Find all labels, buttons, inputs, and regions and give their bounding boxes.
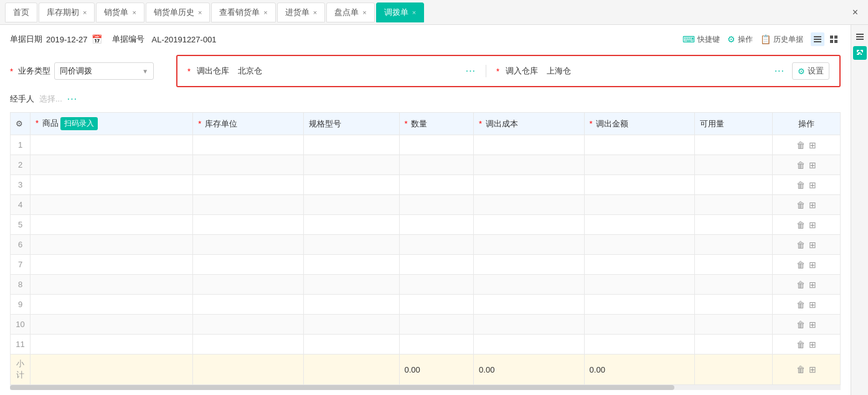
row-7-quantity[interactable]	[399, 255, 474, 275]
row-8-spec[interactable]	[303, 275, 399, 295]
delete-icon-4[interactable]: 🗑	[796, 200, 805, 210]
row-8-product[interactable]	[31, 275, 193, 295]
row-9-unit[interactable]	[193, 295, 304, 315]
row-4-unit[interactable]	[193, 195, 304, 215]
row-6-cost[interactable]	[474, 235, 585, 255]
layout-list-button[interactable]	[811, 32, 824, 46]
delete-icon-1[interactable]: 🗑	[796, 140, 805, 150]
row-5-spec[interactable]	[303, 215, 399, 235]
tab-inventory-init-close[interactable]: ×	[83, 9, 87, 16]
tab-view-sales-close[interactable]: ×	[263, 9, 267, 16]
row-6-unit[interactable]	[193, 235, 304, 255]
row-5-product[interactable]	[31, 215, 193, 235]
layout-grid-button[interactable]	[827, 32, 841, 46]
tab-sales-order-close[interactable]: ×	[132, 9, 136, 16]
shortcuts-button[interactable]: ⌨ 快捷键	[682, 34, 720, 45]
row-2-amount[interactable]	[584, 155, 695, 175]
row-4-available[interactable]	[695, 195, 773, 215]
copy-icon-5[interactable]: ⊞	[809, 220, 816, 230]
copy-icon-3[interactable]: ⊞	[809, 180, 816, 190]
row-3-cost[interactable]	[474, 175, 585, 195]
copy-icon-10[interactable]: ⊞	[809, 320, 816, 330]
close-all-button[interactable]: ×	[847, 4, 863, 21]
row-7-available[interactable]	[695, 255, 773, 275]
row-4-quantity[interactable]	[399, 195, 474, 215]
row-5-amount[interactable]	[584, 215, 695, 235]
tab-purchase[interactable]: 进货单 ×	[277, 2, 325, 22]
row-5-available[interactable]	[695, 215, 773, 235]
row-9-quantity[interactable]	[399, 295, 474, 315]
copy-icon-9[interactable]: ⊞	[809, 300, 816, 310]
row-1-available[interactable]	[695, 135, 773, 155]
row-4-cost[interactable]	[474, 195, 585, 215]
row-6-spec[interactable]	[303, 235, 399, 255]
tab-inventory-check-close[interactable]: ×	[362, 9, 366, 16]
operations-button[interactable]: ⚙ 操作	[727, 34, 753, 45]
row-4-spec[interactable]	[303, 195, 399, 215]
subtotal-delete-icon[interactable]: 🗑	[796, 364, 805, 374]
row-2-quantity[interactable]	[399, 155, 474, 175]
delete-icon-10[interactable]: 🗑	[796, 320, 805, 330]
row-3-product[interactable]	[31, 175, 193, 195]
row-1-cost[interactable]	[474, 135, 585, 155]
row-8-available[interactable]	[695, 275, 773, 295]
row-2-cost[interactable]	[474, 155, 585, 175]
delete-icon-5[interactable]: 🗑	[796, 220, 805, 230]
row-9-spec[interactable]	[303, 295, 399, 315]
tab-home[interactable]: 首页	[5, 2, 37, 22]
row-10-quantity[interactable]	[399, 315, 474, 335]
row-2-spec[interactable]	[303, 155, 399, 175]
row-1-unit[interactable]	[193, 135, 304, 155]
row-7-spec[interactable]	[303, 255, 399, 275]
row-2-product[interactable]	[31, 155, 193, 175]
tab-purchase-close[interactable]: ×	[313, 9, 317, 16]
row-10-available[interactable]	[695, 315, 773, 335]
row-11-product[interactable]	[31, 335, 193, 355]
delete-icon-2[interactable]: 🗑	[796, 160, 805, 170]
row-2-unit[interactable]	[193, 155, 304, 175]
person-more-button[interactable]: ···	[67, 93, 77, 105]
tab-inventory-init[interactable]: 库存期初 ×	[39, 2, 95, 22]
row-7-unit[interactable]	[193, 255, 304, 275]
calendar-icon[interactable]: 📅	[92, 34, 102, 44]
row-8-quantity[interactable]	[399, 275, 474, 295]
delete-icon-3[interactable]: 🗑	[796, 180, 805, 190]
row-6-product[interactable]	[31, 235, 193, 255]
row-8-unit[interactable]	[193, 275, 304, 295]
business-type-select[interactable]: 同价调拨 ▼	[54, 62, 154, 80]
row-11-spec[interactable]	[303, 335, 399, 355]
row-1-product[interactable]	[31, 135, 193, 155]
row-7-product[interactable]	[31, 255, 193, 275]
tab-sales-history[interactable]: 销货单历史 ×	[146, 2, 210, 22]
tab-view-sales[interactable]: 查看销货单 ×	[211, 2, 275, 22]
row-1-amount[interactable]	[584, 135, 695, 155]
copy-icon-1[interactable]: ⊞	[809, 140, 816, 150]
scrollbar-thumb[interactable]	[10, 385, 674, 390]
delete-icon-9[interactable]: 🗑	[796, 300, 805, 310]
row-11-unit[interactable]	[193, 335, 304, 355]
row-3-spec[interactable]	[303, 175, 399, 195]
scan-button[interactable]: 扫码录入	[60, 117, 98, 130]
row-9-amount[interactable]	[584, 295, 695, 315]
delete-icon-7[interactable]: 🗑	[796, 260, 805, 270]
row-7-cost[interactable]	[474, 255, 585, 275]
row-3-unit[interactable]	[193, 175, 304, 195]
row-10-unit[interactable]	[193, 315, 304, 335]
person-select[interactable]: 选择...	[39, 93, 62, 105]
row-8-cost[interactable]	[474, 275, 585, 295]
copy-icon-2[interactable]: ⊞	[809, 160, 816, 170]
row-6-available[interactable]	[695, 235, 773, 255]
row-5-quantity[interactable]	[399, 215, 474, 235]
row-11-amount[interactable]	[584, 335, 695, 355]
copy-icon-6[interactable]: ⊞	[809, 240, 816, 250]
row-4-amount[interactable]	[584, 195, 695, 215]
row-9-cost[interactable]	[474, 295, 585, 315]
horizontal-scrollbar[interactable]	[10, 385, 841, 390]
row-11-available[interactable]	[695, 335, 773, 355]
row-11-cost[interactable]	[474, 335, 585, 355]
history-button[interactable]: 📋 历史单据	[760, 34, 803, 45]
subtotal-copy-icon[interactable]: ⊞	[809, 364, 816, 374]
row-7-amount[interactable]	[584, 255, 695, 275]
delete-icon-6[interactable]: 🗑	[796, 240, 805, 250]
copy-icon-11[interactable]: ⊞	[809, 340, 816, 350]
